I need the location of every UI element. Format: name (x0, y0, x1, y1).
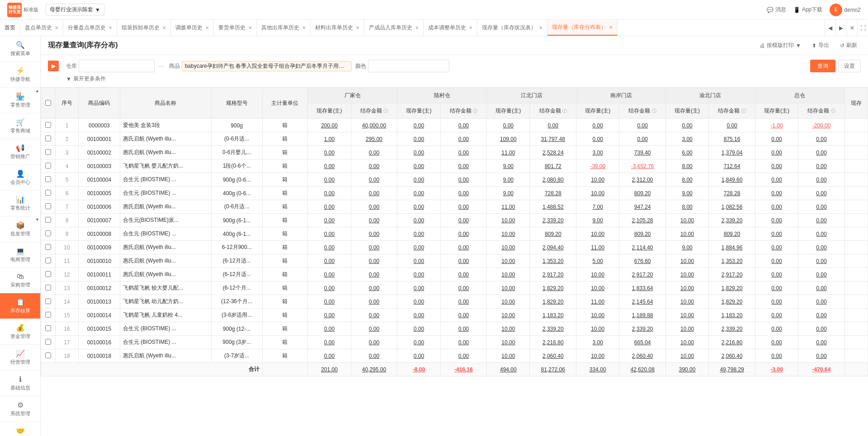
cell-jiangbei-cur[interactable]: 10.00 (487, 309, 530, 322)
cell-nanan-bal[interactable]: 739.40 (619, 146, 666, 159)
color-input[interactable] (368, 60, 449, 72)
industry-selector[interactable]: 母婴行业演示陈套 ▼ (46, 4, 104, 16)
cell-total-bal[interactable]: 0.00 (798, 159, 845, 173)
cell-jiangbei-bal[interactable]: 1,829.20 (530, 281, 576, 295)
cell-factory-bal[interactable]: 0.00 (351, 322, 397, 336)
cell-factory-bal[interactable]: 0.00 (351, 159, 397, 173)
sidebar-item-operation[interactable]: 📈 经营管理 (0, 345, 40, 370)
cell-jiangbei-cur[interactable]: 9.00 (487, 173, 530, 187)
cell-yuebei-cur[interactable]: 10.00 (665, 336, 708, 349)
cell-factory-cur[interactable]: 0.00 (308, 173, 351, 187)
sidebar-item-ecommerce[interactable]: 💻 电商管理 (0, 242, 40, 268)
cell-nancun-bal[interactable]: 0.00 (440, 214, 487, 227)
warehouse-input[interactable] (79, 60, 155, 72)
tab-close-icon[interactable]: ✕ (609, 25, 613, 30)
cell-nanan-bal[interactable]: 2,105.28 (619, 214, 666, 227)
cell-nanan-bal[interactable]: 1,189.88 (619, 309, 666, 322)
tab-inventory-count[interactable]: 盘点单历史 ✕ (20, 20, 63, 36)
cell-nanan-cur[interactable]: 3.00 (576, 146, 619, 159)
tab-close-icon[interactable]: ✕ (356, 25, 359, 30)
cell-nanan-cur[interactable]: 10.00 (576, 227, 619, 241)
cell-nancun-bal[interactable]: 0.00 (440, 146, 487, 159)
tab-close-icon[interactable]: ✕ (248, 25, 252, 30)
row-checkbox[interactable] (45, 149, 51, 155)
cell-checkbox[interactable] (41, 268, 56, 281)
cell-yuebei-bal[interactable]: 2,060.40 (709, 349, 755, 363)
cell-yuebei-bal[interactable]: 712.64 (709, 159, 755, 173)
cell-total-cur[interactable]: 0.00 (755, 336, 798, 349)
cell-total-cur[interactable]: 0.00 (755, 173, 798, 187)
cell-checkbox[interactable] (41, 295, 56, 309)
cell-yuebei-cur[interactable]: 8.00 (665, 173, 708, 187)
row-checkbox[interactable] (45, 325, 51, 331)
cell-nancun-cur[interactable]: 0.00 (397, 187, 440, 200)
cell-factory-cur[interactable]: 0.00 (308, 200, 351, 214)
cell-total-bal[interactable]: 0.00 (798, 268, 845, 281)
cell-nancun-bal[interactable]: 0.00 (440, 159, 487, 173)
cell-jiangbei-bal[interactable]: 2,094.40 (530, 241, 576, 254)
cell-nanan-bal[interactable]: 809.20 (619, 227, 666, 241)
cell-nancun-cur[interactable]: 0.00 (397, 132, 440, 146)
row-checkbox[interactable] (45, 339, 51, 345)
cell-nancun-cur[interactable]: 0.00 (397, 295, 440, 309)
row-checkbox[interactable] (45, 163, 51, 169)
cell-nancun-cur[interactable]: 0.00 (397, 254, 440, 268)
row-checkbox[interactable] (45, 176, 51, 182)
cell-total-bal[interactable]: 0.00 (798, 336, 845, 349)
cell-total-cur[interactable]: 0.00 (755, 241, 798, 254)
cell-checkbox[interactable] (41, 214, 56, 227)
cell-total-cur[interactable]: 0.00 (755, 132, 798, 146)
cell-nanan-bal[interactable]: 2,339.20 (619, 322, 666, 336)
export-btn[interactable]: ⬆ 导出 (808, 40, 833, 51)
tab-material-out[interactable]: 材料出库单历史 ✕ (311, 20, 364, 36)
cell-total-bal[interactable]: 0.00 (798, 132, 845, 146)
cell-nanan-cur[interactable]: 3.00 (576, 336, 619, 349)
cell-nanan-cur[interactable]: 10.00 (576, 309, 619, 322)
cell-yuebei-cur[interactable]: 10.00 (665, 214, 708, 227)
cell-nancun-cur[interactable]: 0.00 (397, 241, 440, 254)
cell-total-bal[interactable]: 0.00 (798, 295, 845, 309)
cell-total-cur[interactable]: 0.00 (755, 146, 798, 159)
cell-total-cur[interactable]: 0.00 (755, 349, 798, 363)
cell-factory-bal[interactable]: 0.00 (351, 146, 397, 159)
cell-total-cur[interactable]: 0.00 (755, 254, 798, 268)
row-checkbox[interactable] (45, 203, 51, 209)
cell-nancun-cur[interactable]: 0.00 (397, 173, 440, 187)
cell-jiangbei-bal[interactable]: 2,216.80 (530, 336, 576, 349)
cell-total-cur[interactable]: 0.00 (755, 281, 798, 295)
cell-jiangbei-cur[interactable]: 0.00 (487, 119, 530, 132)
cell-yuebei-cur[interactable]: 10.00 (665, 295, 708, 309)
cell-total-cur[interactable]: -1.00 (755, 119, 798, 132)
cell-nanan-bal[interactable]: 2,060.40 (619, 349, 666, 363)
cell-checkbox[interactable] (41, 159, 56, 173)
refresh-btn[interactable]: ↺ 刷新 (836, 40, 861, 51)
row-checkbox[interactable] (45, 352, 51, 358)
cell-yuebei-bal[interactable]: 2,339.20 (709, 322, 755, 336)
cell-jiangbei-cur[interactable]: 11.00 (487, 146, 530, 159)
cell-jiangbei-bal[interactable]: 1,829.20 (530, 295, 576, 309)
tab-home[interactable]: 首页 (0, 20, 20, 36)
cell-jiangbei-cur[interactable]: 10.00 (487, 241, 530, 254)
cell-factory-bal[interactable]: 0.00 (351, 281, 397, 295)
cell-factory-cur[interactable]: 0.00 (308, 227, 351, 241)
cell-jiangbei-cur[interactable]: 10.00 (487, 227, 530, 241)
cell-factory-cur[interactable]: 0.00 (308, 349, 351, 363)
sidebar-item-shop[interactable]: 🛒 零售商城 (0, 113, 40, 139)
tab-close-icon[interactable]: ✕ (205, 25, 209, 30)
tab-expand-btn[interactable]: ⛶ (857, 20, 868, 36)
cell-nancun-cur[interactable]: 0.00 (397, 268, 440, 281)
sidebar-item-basic[interactable]: ℹ 基础信息 (0, 370, 40, 396)
cell-factory-cur[interactable]: 1.00 (308, 132, 351, 146)
tab-close-icon[interactable]: ✕ (55, 25, 58, 30)
tab-close-icon[interactable]: ✕ (539, 25, 542, 30)
cell-total-cur[interactable]: 0.00 (755, 214, 798, 227)
cell-jiangbei-cur[interactable]: 10.00 (487, 281, 530, 295)
cell-nancun-bal[interactable]: 0.00 (440, 322, 487, 336)
cell-nancun-cur[interactable]: 0.00 (397, 200, 440, 214)
cell-checkbox[interactable] (41, 146, 56, 159)
cell-yuebei-cur[interactable]: 10.00 (665, 254, 708, 268)
cell-nanan-cur[interactable]: -39.00 (576, 159, 619, 173)
sidebar-item-search[interactable]: 🔍 搜索英单 (0, 36, 40, 62)
tab-cost-adjust[interactable]: 成本调整单历史 ✕ (424, 20, 477, 36)
cell-yuebei-bal[interactable]: 0.00 (709, 119, 755, 132)
